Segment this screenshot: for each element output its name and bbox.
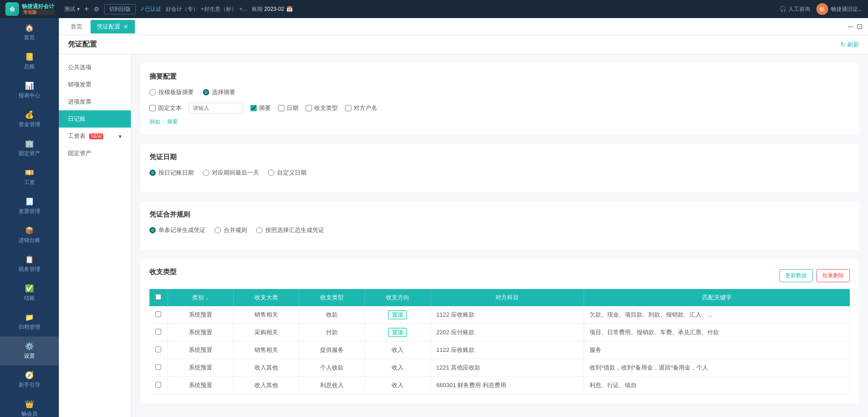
td-category-2: 系统预置	[168, 324, 233, 341]
settings-icon[interactable]: ⚙	[94, 5, 100, 13]
th-major: 收支大类	[233, 289, 299, 306]
sidebar-item-assets[interactable]: 🏢 固定资产	[0, 134, 59, 163]
radio-single[interactable]: 单条记录生成凭证	[149, 226, 206, 234]
sidebar-item-ledger[interactable]: 📒 总账	[0, 47, 59, 76]
td-direction-2: 置顶	[365, 324, 431, 341]
radio-template-label: 按模板版摘要	[158, 88, 194, 96]
td-type-5: 利息收入	[299, 377, 365, 394]
top-bar: 会 畅捷通好会计 专业版 测试 ▾ + ⚙ 切到旧版 ✓已认证 好会计（专） +…	[0, 0, 868, 18]
td-account-4: 1221 其他应收款	[431, 359, 584, 377]
row-checkbox-5[interactable]	[155, 382, 161, 388]
maximize-button[interactable]: ⊡	[857, 22, 863, 31]
tab-home[interactable]: 首页	[64, 20, 89, 33]
radio-custom-date[interactable]: 自定义日期	[268, 169, 307, 177]
row-checkbox-1[interactable]	[155, 311, 161, 317]
td-category-5: 系统预置	[168, 377, 233, 394]
home-icon: 🏠	[25, 24, 34, 32]
checkbox-income-type[interactable]: 收支类型	[306, 104, 338, 112]
checkbox-fixed-text[interactable]: 固定文本	[149, 104, 182, 112]
old-version-button[interactable]: 切到旧版	[104, 4, 136, 14]
sidebar-item-invoice-mgr[interactable]: 🧾 发票管理	[0, 192, 59, 221]
counterpart-label: 对方户名	[354, 104, 377, 112]
radio-select[interactable]: 选择摘要	[203, 88, 235, 96]
fixed-text-input[interactable]	[189, 103, 243, 114]
sidebar-item-member[interactable]: 👑 畅会员	[0, 394, 59, 417]
summary-checkbox[interactable]	[250, 105, 257, 111]
left-nav-sales-invoice[interactable]: 销项发票	[59, 76, 131, 93]
row-checkbox-4[interactable]	[155, 364, 161, 370]
td-checkbox-3	[149, 341, 168, 359]
income-type-label: 收支类型	[314, 104, 338, 112]
td-major-4: 收入其他	[233, 359, 299, 377]
calendar-icon[interactable]: 📅	[286, 6, 293, 12]
td-category-3: 系统预置	[168, 341, 233, 359]
table-row: 系统预置 收入其他 利息收入 收入 660301 财务费用 利息费用 利息、行证…	[149, 377, 850, 394]
radio-custom-date-input[interactable]	[268, 170, 274, 176]
radio-template[interactable]: 按模板版摘要	[149, 88, 194, 96]
user-menu[interactable]: 畅 畅捷通旧证...	[816, 3, 863, 15]
left-nav-fixed-assets[interactable]: 固定资产	[59, 145, 131, 162]
sidebar-item-home[interactable]: 🏠 首页	[0, 18, 59, 47]
checkbox-counterpart[interactable]: 对方户名	[345, 104, 377, 112]
radio-period-last[interactable]: 对应期间最后一天	[203, 169, 259, 177]
radio-single-input[interactable]	[149, 227, 156, 233]
left-nav-public[interactable]: 公共选项	[59, 59, 131, 76]
minimize-button[interactable]: ─	[848, 23, 853, 31]
sidebar-item-tax[interactable]: 📋 税务管理	[0, 250, 59, 279]
update-data-button[interactable]: 更新数据	[779, 269, 813, 282]
left-nav-purchase-invoice[interactable]: 进项发票	[59, 93, 131, 110]
tab-close-icon[interactable]: ✕	[123, 23, 129, 30]
counterpart-checkbox[interactable]	[345, 105, 351, 111]
tab-voucher-config-label: 凭证配置	[97, 23, 120, 31]
summary-checkbox-label: 摘要	[259, 104, 271, 112]
logo-icon: 会	[5, 2, 19, 16]
th-direction: 收支方向	[365, 289, 431, 306]
add-button[interactable]: +	[84, 5, 89, 14]
sidebar-item-reports[interactable]: 📊 报表中心	[0, 76, 59, 105]
td-direction-5: 收入	[365, 377, 431, 394]
row-checkbox-3[interactable]	[155, 346, 161, 352]
radio-merge-input[interactable]	[215, 227, 221, 233]
page-title: 凭证配置	[68, 40, 97, 49]
radio-diary-date[interactable]: 按日记账日期	[149, 169, 194, 177]
assets-icon: 🏢	[25, 139, 34, 148]
sidebar-label-salary: 工资	[24, 179, 35, 186]
radio-merge[interactable]: 合并规则	[215, 226, 247, 234]
sidebar-item-salary[interactable]: 💴 工资	[0, 163, 59, 192]
checkbox-date[interactable]: 日期	[278, 104, 298, 112]
row-checkbox-2[interactable]	[155, 329, 161, 335]
td-type-2: 付款	[299, 324, 365, 341]
sidebar-item-settlement[interactable]: ✅ 结账	[0, 279, 59, 308]
sidebar-item-guide[interactable]: 🧭 新手引导	[0, 365, 59, 394]
td-account-1: 1122 应收账款	[431, 306, 584, 324]
sidebar-item-capital[interactable]: 💰 资金管理	[0, 105, 59, 134]
th-direction-label: 收支方向	[386, 294, 409, 301]
app-edition: 专业版	[22, 9, 54, 15]
select-all-checkbox[interactable]	[155, 294, 161, 300]
refresh-button[interactable]: ↻ 刷新	[840, 41, 859, 49]
radio-diary-date-input[interactable]	[149, 170, 156, 176]
batch-delete-button[interactable]: 批量删除	[816, 269, 850, 282]
left-nav-salary-table[interactable]: 工资表 NEW ▾	[59, 128, 131, 145]
fixed-text-checkbox[interactable]	[149, 105, 156, 111]
radio-summary-gen-input[interactable]	[256, 227, 263, 233]
left-nav-diary[interactable]: 日记账	[59, 110, 131, 128]
sidebar-item-archive[interactable]: 📁 归档管理	[0, 308, 59, 336]
company-selector[interactable]: 测试 ▾	[64, 5, 80, 13]
voucher-date-radio-group: 按日记账日期 对应期间最后一天 自定义日期	[149, 169, 850, 177]
service-button[interactable]: 🎧 人工咨询	[780, 5, 810, 13]
tab-voucher-config[interactable]: 凭证配置 ✕	[91, 20, 135, 33]
radio-period-last-input[interactable]	[203, 170, 209, 176]
merge-rules-section: 凭证合并规则 单条记录生成凭证 合并规则 按照选择汇总生成凭证	[140, 201, 859, 250]
radio-select-input[interactable]	[203, 89, 209, 95]
date-checkbox[interactable]	[278, 105, 284, 111]
radio-summary-gen[interactable]: 按照选择汇总生成凭证	[256, 226, 324, 234]
sidebar-item-purchase[interactable]: 📦 进销台账	[0, 221, 59, 250]
radio-period-last-label: 对应期间最后一天	[212, 169, 259, 177]
left-nav-diary-label: 日记账	[68, 115, 86, 122]
checkbox-summary[interactable]: 摘要	[250, 104, 271, 112]
radio-template-input[interactable]	[149, 89, 156, 95]
sidebar-label-purchase: 进销台账	[19, 237, 40, 244]
sidebar-item-settings[interactable]: ⚙️ 设置	[0, 336, 59, 365]
income-type-checkbox[interactable]	[306, 105, 312, 111]
